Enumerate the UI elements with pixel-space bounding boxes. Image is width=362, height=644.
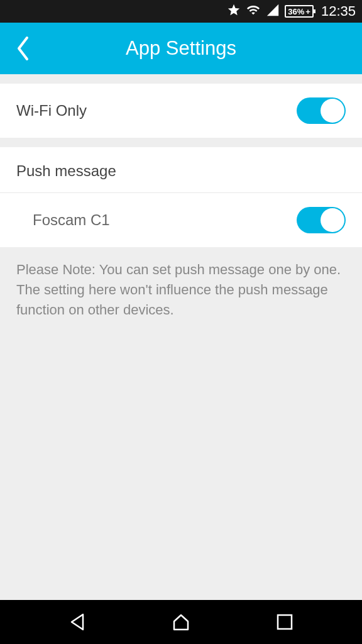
chevron-left-icon	[16, 36, 30, 61]
battery-indicator: 36% +	[285, 5, 314, 18]
star-icon	[227, 3, 241, 19]
page-title: App Settings	[0, 37, 362, 60]
square-icon	[276, 613, 293, 631]
nav-back-button[interactable]	[52, 606, 102, 638]
nav-recent-button[interactable]	[260, 606, 310, 638]
push-device-toggle[interactable]	[297, 207, 346, 233]
battery-plus-icon: +	[305, 7, 310, 16]
push-device-row: Foscam C1	[0, 193, 362, 247]
settings-note: Please Note: You can set push message on…	[0, 247, 362, 333]
back-button[interactable]	[10, 33, 35, 64]
battery-percent: 36%	[288, 7, 304, 16]
push-message-label: Push message	[16, 162, 116, 179]
wifi-only-row: Wi-Fi Only	[0, 84, 362, 138]
nav-home-button[interactable]	[156, 606, 206, 638]
push-message-section-header: Push message	[0, 147, 362, 193]
home-icon	[171, 612, 191, 632]
signal-icon	[266, 3, 280, 19]
wifi-icon	[246, 3, 261, 19]
wifi-only-label: Wi-Fi Only	[16, 102, 87, 119]
push-device-name: Foscam C1	[33, 211, 110, 229]
svg-rect-0	[278, 615, 292, 629]
app-header: App Settings	[0, 23, 362, 74]
status-bar: 36% + 12:35	[0, 0, 362, 23]
content-area: Wi-Fi Only Push message Foscam C1 Please…	[0, 74, 362, 600]
navigation-bar	[0, 600, 362, 644]
triangle-back-icon	[67, 612, 87, 632]
status-time: 12:35	[321, 3, 356, 19]
wifi-only-toggle[interactable]	[297, 97, 346, 124]
